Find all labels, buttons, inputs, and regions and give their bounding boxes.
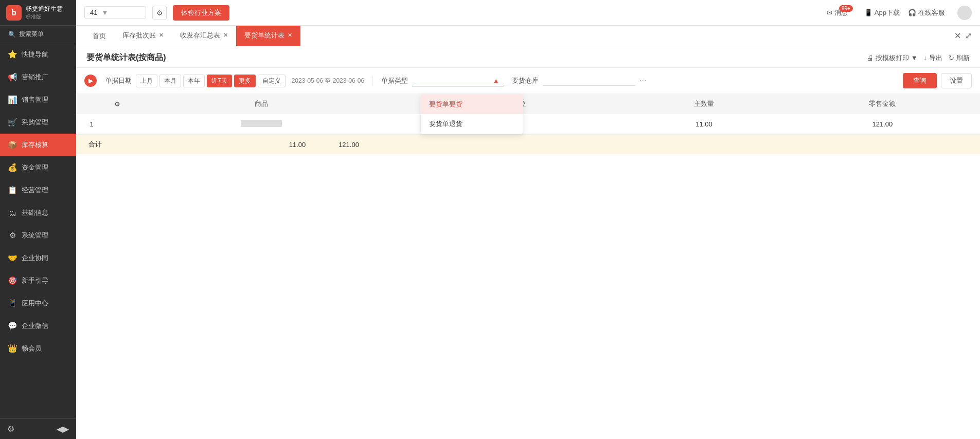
sidebar: b 畅捷通好生意 标准版 🔍 搜索菜单 ⭐ 快捷导航 📢 营销推广 📊 销售管理…	[0, 0, 76, 439]
sidebar-item-marketing[interactable]: 📢 营销推广	[0, 66, 76, 88]
query-button[interactable]: 查询	[903, 73, 937, 88]
sidebar-bottom: ⚙ ◀▶	[0, 418, 76, 439]
filter-actions: 查询 设置	[903, 73, 972, 88]
date-btn-this-year[interactable]: 本年	[183, 75, 205, 87]
sidebar-item-apps[interactable]: 📱 应用中心	[0, 292, 76, 315]
filter-expand-button[interactable]: ▶	[84, 75, 97, 87]
sidebar-search[interactable]: 🔍 搜索菜单	[0, 26, 76, 43]
warehouse-filter-group: 要货仓库 ···	[512, 76, 646, 86]
page-actions: 🖨 按模板打印 ▼ ↓ 导出 ↻ 刷新	[867, 53, 970, 63]
warehouse-more-button[interactable]: ···	[639, 76, 646, 85]
service-icon: 🎧	[908, 9, 916, 16]
doc-type-dropdown[interactable]: ▲	[412, 76, 504, 86]
chevron-down-icon: ▼	[101, 9, 108, 16]
print-button[interactable]: 🖨 按模板打印 ▼	[867, 53, 918, 63]
sidebar-item-sales[interactable]: 📊 销售管理	[0, 88, 76, 111]
table-row: 1 块 11.00 121.00	[76, 114, 980, 134]
newbie-icon: 🎯	[7, 276, 17, 286]
tab-receive-summary[interactable]: 收发存汇总表 ✕	[172, 26, 236, 46]
finance-icon: 💰	[7, 162, 17, 173]
sales-icon: 📊	[7, 95, 17, 105]
industry-button[interactable]: 体验行业方案	[173, 5, 229, 21]
export-button[interactable]: ↓ 导出	[924, 53, 943, 63]
col-gear[interactable]: ⚙	[107, 94, 128, 114]
system-icon: ⚙	[7, 230, 17, 241]
cell-row-gear	[107, 114, 128, 134]
wechat-icon: 💬	[7, 321, 17, 331]
cell-amount: 121.00	[785, 114, 980, 134]
col-amount: 零售金额	[785, 94, 980, 114]
tab-close-all-button[interactable]: ✕	[954, 31, 961, 41]
operation-icon: 📋	[7, 185, 17, 195]
sidebar-item-enterprise[interactable]: 🤝 企业协同	[0, 247, 76, 269]
tab-order-summary-close[interactable]: ✕	[288, 32, 292, 39]
date-btn-7days[interactable]: 近7天	[207, 75, 232, 87]
date-btn-last-month[interactable]: 上月	[136, 75, 157, 87]
page-content: 要货单统计表(按商品) 🖨 按模板打印 ▼ ↓ 导出 ↻ 刷新 ▶	[76, 46, 980, 439]
doc-type-input[interactable]	[416, 77, 488, 84]
topbar-gear-button[interactable]: ⚙	[152, 6, 167, 20]
tab-stock-batch-close[interactable]: ✕	[159, 32, 164, 39]
warehouse-input[interactable]	[547, 77, 629, 84]
sidebar-item-operation[interactable]: 📋 经营管理	[0, 179, 76, 202]
sidebar-item-inventory[interactable]: 📦 库存核算	[0, 134, 76, 156]
sidebar-item-system[interactable]: ⚙ 系统管理	[0, 224, 76, 247]
topbar-right: ✉ 消息 99+ 📱 App下载 🎧 在线客服	[827, 6, 972, 20]
refresh-icon: ↻	[949, 54, 954, 62]
enterprise-icon: 🤝	[7, 253, 17, 263]
doc-type-label: 单据类型	[381, 76, 408, 85]
filter-settings-button[interactable]: 设置	[941, 73, 972, 88]
sidebar-item-finance[interactable]: 💰 资金管理	[0, 156, 76, 179]
app-download-button[interactable]: 📱 App下载	[864, 8, 900, 17]
app-name: 畅捷通好生意 标准版	[26, 5, 63, 21]
sidebar-item-wechat[interactable]: 💬 企业微信	[0, 315, 76, 337]
quick-nav-icon: ⭐	[7, 49, 17, 60]
tab-home[interactable]: 首页	[84, 26, 114, 46]
messages-icon: ✉	[827, 9, 832, 16]
tab-order-summary[interactable]: 要货单统计表 ✕	[236, 26, 300, 46]
dropdown-up-icon: ▲	[492, 77, 500, 85]
warehouse-input-area[interactable]	[543, 76, 635, 86]
app-logo: b 畅捷通好生意 标准版	[0, 0, 76, 26]
tab-expand-button[interactable]: ⤢	[965, 31, 972, 41]
user-avatar[interactable]	[957, 6, 972, 20]
sidebar-item-purchase[interactable]: 🛒 采购管理	[0, 111, 76, 134]
cell-seq: 1	[76, 114, 107, 134]
sidebar-nav: ⭐ 快捷导航 📢 营销推广 📊 销售管理 🛒 采购管理 📦 库存核算 💰 资金管…	[0, 43, 76, 418]
product-blurred	[241, 120, 282, 127]
doc-type-menu: 要货单要货 要货单退货	[420, 94, 523, 134]
data-table-wrapper: ⚙ 商品 主计量单位 主数量 零售金额 1 块 11.00 121.00	[76, 94, 980, 134]
page-title: 要货单统计表(按商品)	[86, 52, 166, 63]
export-icon: ↓	[924, 54, 928, 62]
data-table: ⚙ 商品 主计量单位 主数量 零售金额 1 块 11.00 121.00	[76, 94, 980, 134]
sidebar-item-quick-nav[interactable]: ⭐ 快捷导航	[0, 43, 76, 66]
table-footer: 合计 11.00 121.00	[76, 134, 980, 154]
print-dropdown-icon: ▼	[911, 54, 918, 62]
tabs-bar: 首页 库存批次账 ✕ 收发存汇总表 ✕ 要货单统计表 ✕ ✕ ⤢	[76, 26, 980, 46]
doc-type-option-0[interactable]: 要货单要货	[421, 95, 523, 114]
date-btn-this-month[interactable]: 本月	[159, 75, 181, 87]
page-header: 要货单统计表(按商品) 🖨 按模板打印 ▼ ↓ 导出 ↻ 刷新	[76, 46, 980, 68]
messages-button[interactable]: ✉ 消息 99+	[827, 8, 848, 17]
cell-product	[128, 114, 395, 134]
tab-stock-batch[interactable]: 库存批次账 ✕	[114, 26, 172, 46]
cell-qty: 11.00	[623, 114, 785, 134]
refresh-button[interactable]: ↻ 刷新	[949, 53, 970, 63]
date-buttons: 上月 本月 本年 近7天 更多 自定义	[136, 75, 286, 87]
messages-badge: 99+	[839, 5, 853, 12]
main-content: 41 ▼ ⚙ 体验行业方案 ✉ 消息 99+ 📱 App下载 🎧 在线客服	[76, 0, 980, 439]
sidebar-item-basic[interactable]: 🗂 基础信息	[0, 202, 76, 224]
filter-bar: ▶ 单据日期 上月 本月 本年 近7天 更多 自定义 2023-05-06 至 …	[76, 68, 980, 94]
logo-icon: b	[6, 5, 22, 21]
tab-receive-summary-close[interactable]: ✕	[223, 32, 228, 39]
store-selector[interactable]: 41 ▼	[84, 6, 146, 19]
collapse-icon[interactable]: ◀▶	[57, 424, 69, 434]
sidebar-item-newbie[interactable]: 🎯 新手引导	[0, 269, 76, 292]
online-service-button[interactable]: 🎧 在线客服	[908, 8, 945, 17]
member-icon: 👑	[7, 343, 17, 354]
date-btn-more[interactable]: 更多	[234, 75, 256, 87]
sidebar-item-member[interactable]: 👑 畅会员	[0, 337, 76, 360]
doc-type-option-1[interactable]: 要货单退货	[421, 114, 523, 134]
date-btn-custom[interactable]: 自定义	[258, 75, 286, 87]
settings-icon[interactable]: ⚙	[7, 424, 14, 434]
